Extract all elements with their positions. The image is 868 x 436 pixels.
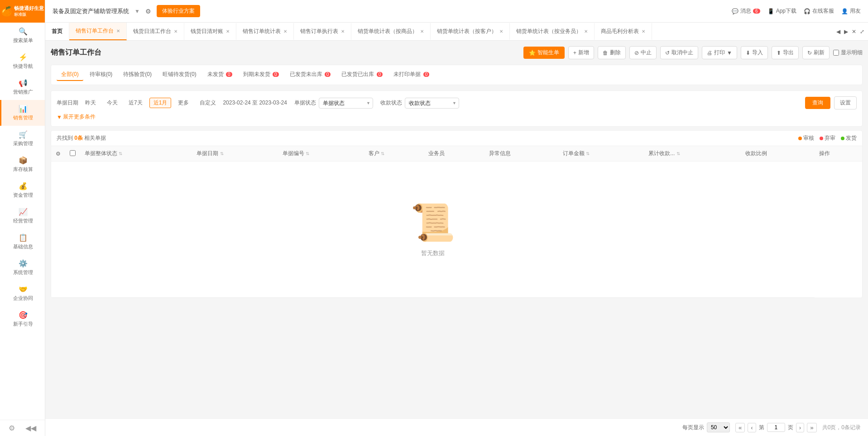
table-quick-actions: 审核 弃审 发货: [798, 134, 857, 142]
th-action-label: 操作: [819, 150, 830, 156]
sidebar-item-guide-label: 新手引导: [13, 321, 33, 327]
last-page-btn[interactable]: »: [807, 423, 816, 432]
message-item[interactable]: 💬 消息 6: [732, 7, 760, 15]
not-printed-badge: 0: [423, 72, 430, 77]
tab-sales-summary-product-close[interactable]: ✕: [420, 29, 424, 34]
sidebar-item-system[interactable]: ⚙️ 系统管理: [0, 255, 45, 280]
th-customer[interactable]: 客户: [364, 146, 424, 161]
sidebar-item-purchase[interactable]: 🛒 采购管理: [0, 126, 45, 152]
page-size-dropdown[interactable]: 10 20 50 100: [707, 422, 730, 432]
filter-tab-not-shipped[interactable]: 未发货 0: [203, 69, 237, 81]
stop-btn-label: 中止: [641, 49, 652, 57]
tab-close-all-btn[interactable]: ✕: [850, 27, 858, 37]
filter-tab-shipped-out[interactable]: 已发货已出库 0: [337, 69, 387, 81]
filter-tab-all[interactable]: 全部(0): [57, 69, 83, 81]
tab-sales-exec-close[interactable]: ✕: [341, 29, 345, 34]
filter-tab-wangpu[interactable]: 旺铺待发货(0): [158, 69, 201, 81]
sidebar-item-sales[interactable]: 📊 销售管理: [0, 100, 45, 126]
quick-action-cancel-review[interactable]: 弃审: [820, 134, 835, 142]
cancel-stop-btn[interactable]: ↺ 取消中止: [660, 46, 698, 59]
th-number[interactable]: 单据编号: [278, 146, 364, 161]
tab-sales-exec[interactable]: 销售订单执行表 ✕: [294, 23, 351, 40]
delete-btn[interactable]: 🗑 删除: [598, 46, 626, 59]
sidebar-item-basic-info[interactable]: 📋 基础信息: [0, 229, 45, 255]
tab-scroll-right-btn[interactable]: ▶: [842, 27, 850, 37]
th-date[interactable]: 单据日期: [192, 146, 278, 161]
tab-expand-btn[interactable]: ⤢: [858, 27, 866, 37]
date-btn-1month[interactable]: 近1月: [149, 98, 172, 108]
date-btn-more[interactable]: 更多: [174, 98, 193, 108]
tab-gross-analysis-close[interactable]: ✕: [642, 29, 645, 34]
experience-btn[interactable]: 体验行业方案: [157, 5, 200, 17]
date-btn-7days[interactable]: 近7天: [125, 98, 147, 108]
tab-cash-reconcile[interactable]: 钱货日清对账 ✕: [184, 23, 236, 40]
tab-sales-summary-staff-close[interactable]: ✕: [584, 29, 588, 34]
payment-select-wrapper: 收款状态: [405, 98, 459, 109]
sidebar-item-search[interactable]: 🔍 搜索菜单: [0, 23, 45, 48]
tab-cash-reconcile-close[interactable]: ✕: [226, 29, 230, 34]
tab-scroll-left-btn[interactable]: ◀: [834, 27, 842, 37]
tab-cash-daily[interactable]: 钱货日清工作台 ✕: [127, 23, 184, 40]
date-btn-custom[interactable]: 自定义: [196, 98, 220, 108]
print-btn[interactable]: 🖨 打印 ▼: [702, 46, 737, 59]
tab-sales-summary-product[interactable]: 销货单统计表（按商品） ✕: [351, 23, 431, 40]
tab-sales-order-close[interactable]: ✕: [116, 28, 120, 33]
th-amount[interactable]: 订单金额: [558, 146, 644, 161]
prev-page-btn[interactable]: ‹: [748, 423, 756, 432]
quick-action-ship[interactable]: 发货: [841, 134, 857, 142]
setting-btn[interactable]: 设置: [834, 96, 857, 109]
export-btn[interactable]: ⬆ 导出: [772, 46, 799, 59]
th-status[interactable]: 单据整体状态: [80, 146, 192, 161]
app-download-item[interactable]: 📱 App下载: [767, 7, 796, 15]
select-all-checkbox[interactable]: [70, 150, 76, 156]
sidebar-item-finance[interactable]: 💰 资金管理: [0, 177, 45, 203]
settings-bottom-icon[interactable]: ⚙: [9, 424, 15, 432]
online-service-item[interactable]: 🎧 在线客服: [804, 7, 834, 15]
shipped-out-badge: 0: [377, 72, 383, 77]
sidebar-item-enterprise[interactable]: 🤝 企业协同: [0, 280, 45, 306]
import-btn[interactable]: ⬇ 导入: [741, 46, 768, 59]
filter-tab-shipped-not-out[interactable]: 已发货未出库 0: [285, 69, 336, 81]
status-select[interactable]: 单据状态: [319, 98, 373, 109]
tab-sales-summary-staff[interactable]: 销货单统计表（按业务员） ✕: [510, 23, 595, 40]
stop-btn[interactable]: ⊘ 中止: [629, 46, 657, 59]
tab-cash-daily-close[interactable]: ✕: [174, 29, 177, 34]
quick-action-review[interactable]: 审核: [798, 134, 814, 142]
first-page-btn[interactable]: «: [735, 423, 745, 432]
sidebar-item-operations[interactable]: 📈 经营管理: [0, 203, 45, 229]
tab-sales-order[interactable]: 销售订单工作台 ✕: [69, 23, 127, 40]
col-settings-icon[interactable]: ⚙: [56, 151, 61, 157]
date-btn-today[interactable]: 今天: [103, 98, 122, 108]
show-detail-label[interactable]: 显示明细: [833, 49, 863, 57]
tab-sales-summary-customer[interactable]: 销货单统计表（按客户） ✕: [431, 23, 510, 40]
tab-sales-order-label: 销售订单工作台: [76, 27, 114, 35]
th-received[interactable]: 累计收款...: [644, 146, 741, 161]
dropdown-arrow-icon[interactable]: ▼: [134, 8, 140, 14]
query-btn[interactable]: 查询: [805, 97, 830, 109]
collapse-icon[interactable]: ◀◀: [25, 424, 36, 432]
sidebar-item-marketing[interactable]: 📢 营销推广: [0, 74, 45, 100]
tab-gross-analysis[interactable]: 商品毛利分析表 ✕: [595, 23, 652, 40]
tab-sales-summary-customer-close[interactable]: ✕: [499, 29, 503, 34]
filter-tab-expired[interactable]: 到期未发货 0: [239, 69, 283, 81]
add-btn[interactable]: + 新增: [568, 46, 594, 59]
settings-header-icon[interactable]: ⚙: [145, 8, 151, 15]
tab-home[interactable]: 首页: [45, 23, 69, 40]
show-detail-checkbox[interactable]: [833, 50, 839, 56]
date-btn-yesterday[interactable]: 昨天: [81, 98, 100, 108]
next-page-btn[interactable]: ›: [796, 423, 804, 432]
smart-btn[interactable]: ⭐ 智能生单: [523, 47, 565, 59]
filter-tab-pending-review[interactable]: 待审核(0): [85, 69, 117, 81]
sidebar-item-inventory[interactable]: 📦 库存核算: [0, 152, 45, 177]
sidebar-item-guide[interactable]: 🎯 新手引导: [0, 306, 45, 332]
user-item[interactable]: 👤 用友: [841, 7, 861, 15]
expand-more-btn[interactable]: ▼ 展开更多条件: [57, 113, 857, 121]
filter-tab-not-printed[interactable]: 未打印单据 0: [389, 69, 434, 81]
sidebar-item-quick-nav[interactable]: ⚡ 快捷导航: [0, 48, 45, 74]
refresh-btn[interactable]: ↻ 刷新: [802, 46, 830, 59]
payment-select[interactable]: 收款状态: [405, 98, 459, 109]
page-input[interactable]: [767, 423, 785, 432]
filter-tab-pending-inspect[interactable]: 待拣验货(0): [119, 69, 156, 81]
tab-sales-stat[interactable]: 销售订单统计表 ✕: [236, 23, 294, 40]
tab-sales-stat-close[interactable]: ✕: [283, 29, 287, 34]
